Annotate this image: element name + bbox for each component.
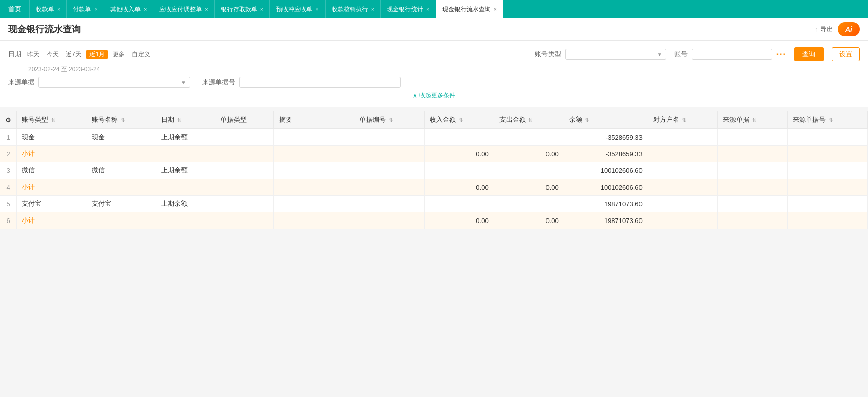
cell-summary (274, 129, 354, 146)
close-icon[interactable]: × (315, 6, 318, 12)
cell-date (156, 146, 215, 162)
cell-source-doc-num (788, 146, 868, 162)
cell-balance: 19871073.60 (564, 196, 648, 212)
sort-icon: ⇅ (752, 117, 756, 123)
account-input[interactable] (692, 49, 772, 60)
source-doc-select[interactable] (38, 77, 190, 88)
source-doc-label: 来源单据 (8, 78, 34, 87)
cell-doc-type (215, 146, 273, 162)
account-type-select-wrapper (565, 49, 666, 60)
cell-source-doc-num (788, 212, 868, 229)
source-doc-filter: 来源单据 (8, 77, 190, 88)
col-doc-number[interactable]: 单据编号 ⇅ (354, 111, 424, 129)
shortcut-yesterday[interactable]: 昨天 (25, 50, 41, 59)
nav-tab-5[interactable]: 预收冲应收单 × (269, 0, 325, 18)
sort-icon: ⇅ (528, 117, 532, 123)
cell-doc-number (354, 196, 424, 212)
sort-icon: ⇅ (177, 117, 181, 123)
ai-badge[interactable]: Ai (838, 22, 860, 36)
table-row: 1现金现金上期余额-3528659.33 (0, 129, 868, 146)
source-doc-select-wrapper (38, 77, 190, 88)
cell-balance: 100102606.60 (564, 162, 648, 179)
cell-source-doc-num (788, 129, 868, 146)
close-icon[interactable]: × (494, 6, 497, 12)
close-icon[interactable]: × (371, 6, 374, 12)
col-summary[interactable]: 摘要 (274, 111, 354, 129)
source-doc-num-label: 来源单据号 (202, 78, 235, 87)
cell-expense (494, 129, 564, 146)
account-type-label: 账号类型 (535, 50, 561, 59)
row-number: 2 (0, 146, 17, 162)
cell-expense (494, 162, 564, 179)
col-expense[interactable]: 支出金额 ⇅ (494, 111, 564, 129)
table-row: 2小计0.000.00-3528659.33 (0, 146, 868, 162)
shortcut-1month[interactable]: 近1月 (86, 50, 108, 59)
col-balance[interactable]: 余额 ⇅ (564, 111, 648, 129)
sort-icon: ⇅ (585, 117, 589, 123)
cell-account-name: 现金 (86, 129, 156, 146)
query-button[interactable]: 查询 (794, 47, 824, 61)
cell-counterparty (648, 162, 717, 179)
col-account-type[interactable]: 账号类型 ⇅ (17, 111, 86, 129)
shortcut-today[interactable]: 今天 (44, 50, 61, 59)
cell-account-name (86, 146, 156, 162)
cell-source-doc-num (788, 179, 868, 196)
cell-doc-number (354, 179, 424, 196)
nav-tab-0[interactable]: 收款单 × (29, 0, 66, 18)
account-label: 账号 (674, 50, 688, 59)
source-doc-num-filter: 来源单据号 (202, 77, 401, 88)
cell-account-name (86, 179, 156, 196)
shortcut-custom[interactable]: 自定义 (130, 50, 152, 59)
source-doc-num-input[interactable] (239, 77, 401, 88)
col-source-doc[interactable]: 来源单据 ⇅ (717, 111, 787, 129)
col-counterparty[interactable]: 对方户名 ⇅ (648, 111, 717, 129)
cell-doc-type (215, 212, 273, 229)
cell-counterparty (648, 196, 717, 212)
settings-button[interactable]: 设置 (832, 47, 860, 61)
nav-home[interactable]: 首页 (0, 0, 29, 18)
shortcut-more[interactable]: 更多 (111, 50, 127, 59)
col-source-doc-num[interactable]: 来源单据号 ⇅ (788, 111, 868, 129)
nav-tab-4[interactable]: 银行存取款单 × (214, 0, 269, 18)
cell-counterparty (648, 179, 717, 196)
nav-tab-8[interactable]: 现金银行流水查询 × (436, 0, 503, 18)
nav-tab-1[interactable]: 付款单 × (66, 0, 103, 18)
close-icon[interactable]: × (144, 6, 147, 12)
account-type-select[interactable] (565, 49, 666, 60)
cell-date: 上期余额 (156, 129, 215, 146)
date-filter: 日期 昨天 今天 近7天 近1月 更多 自定义 (8, 50, 152, 59)
cell-summary (274, 179, 354, 196)
close-icon[interactable]: × (205, 6, 208, 12)
close-icon[interactable]: × (426, 6, 429, 12)
account-more-dots[interactable]: ··· (776, 50, 786, 59)
row-number: 3 (0, 162, 17, 179)
export-button[interactable]: ↑ 导出 (815, 25, 834, 34)
cell-income (424, 162, 494, 179)
nav-tab-6[interactable]: 收款核销执行 × (325, 0, 380, 18)
cell-doc-number (354, 162, 424, 179)
nav-tab-2[interactable]: 其他收入单 × (104, 0, 153, 18)
col-date[interactable]: 日期 ⇅ (156, 111, 215, 129)
shortcut-7days[interactable]: 近7天 (64, 50, 83, 59)
col-doc-type[interactable]: 单据类型 (215, 111, 273, 129)
collapse-bar[interactable]: ∧ 收起更多条件 (8, 88, 860, 101)
col-income[interactable]: 收入金额 ⇅ (424, 111, 494, 129)
cell-income (424, 129, 494, 146)
close-icon[interactable]: × (57, 6, 60, 12)
cell-doc-type (215, 196, 273, 212)
cell-balance: 19871073.60 (564, 212, 648, 229)
cell-source-doc (717, 179, 787, 196)
cell-date (156, 179, 215, 196)
cell-expense: 0.00 (494, 179, 564, 196)
cell-doc-type (215, 179, 273, 196)
col-account-name[interactable]: 账号名称 ⇅ (86, 111, 156, 129)
cell-account-type: 现金 (17, 129, 86, 146)
close-icon[interactable]: × (94, 6, 97, 12)
nav-tab-7[interactable]: 现金银行统计 × (380, 0, 435, 18)
close-icon[interactable]: × (260, 6, 263, 12)
cell-source-doc-num (788, 196, 868, 212)
nav-tab-3[interactable]: 应收应付调整单 × (153, 0, 214, 18)
cell-counterparty (648, 129, 717, 146)
col-settings[interactable]: ⚙ (0, 111, 17, 129)
export-icon: ↑ (815, 26, 818, 33)
